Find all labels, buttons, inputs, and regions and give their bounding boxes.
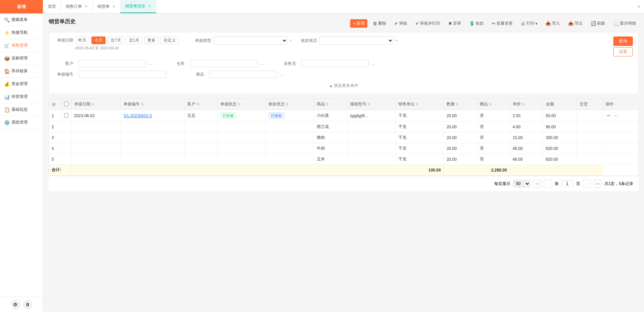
import-button[interactable]: 📥 导入 <box>543 19 563 28</box>
sort-price-icon[interactable]: ⇅ <box>522 102 525 106</box>
toolbar: + 新增 🗑 删除 ✔ 审核 ✔ 审核并打印 ✖ 弃审 <box>350 19 639 28</box>
row-seq-4: 5 <box>49 154 61 165</box>
sidebar-item-base-info[interactable]: 📋 基础信息 <box>0 103 43 116</box>
tab-sales-goods-close[interactable]: ✕ <box>112 4 115 9</box>
sidebar-item-sales-mgmt[interactable]: 🛒 销售管理 <box>0 39 43 52</box>
row-action-4[interactable] <box>603 154 638 165</box>
table-settings-icon[interactable]: ⚙ <box>52 102 56 107</box>
tab-sales-history-close[interactable]: ✕ <box>148 4 151 8</box>
add-button[interactable]: + 新增 <box>350 19 367 28</box>
sidebar-item-search-menu[interactable]: 🔍 搜索菜单 <box>0 14 43 26</box>
row-edit-btn[interactable]: ✏ <box>606 112 612 119</box>
sidebar-collapse-btn[interactable]: ⏸ <box>23 300 32 309</box>
row-paystatus-1 <box>266 122 314 132</box>
delete-icon: 🗑 <box>373 21 377 26</box>
col-checkbox[interactable] <box>61 99 71 110</box>
date-btn-yesterday[interactable]: 昨天 <box>75 36 89 44</box>
doc-no-input[interactable] <box>79 71 166 78</box>
collect-button[interactable]: 💲 收款 <box>467 19 486 28</box>
tab-home[interactable]: 首页 <box>43 0 61 13</box>
export-button[interactable]: 📤 导出 <box>565 19 585 28</box>
row-date-4 <box>71 154 121 165</box>
sidebar-item-inventory[interactable]: 🏠 库存核算 <box>0 65 43 78</box>
tab-sales-order-close[interactable]: ✕ <box>85 4 88 9</box>
row-price-2: 15.00 <box>510 132 543 143</box>
audit-button[interactable]: ✔ 审核 <box>392 19 410 28</box>
collapse-up-icon: ▲ <box>329 83 333 88</box>
warehouse-more-btn[interactable]: ... <box>259 60 265 67</box>
tabs-close-all[interactable]: ✕ <box>634 0 644 13</box>
prev-page-btn[interactable]: ‹ <box>544 180 552 188</box>
refresh-button[interactable]: 🔄 刷新 <box>588 19 608 28</box>
tab-sales-history[interactable]: 销货单历史 ✕ <box>120 0 156 13</box>
row-cb-1[interactable] <box>61 122 71 132</box>
row-action-1[interactable] <box>603 122 638 132</box>
sidebar-item-finance[interactable]: 💰 资金管理 <box>0 78 43 90</box>
date-btn-today[interactable]: 今天 <box>91 36 106 44</box>
sort-doc-no-icon[interactable]: ⇅ <box>141 102 144 106</box>
row-cb-2[interactable] <box>61 132 71 143</box>
date-btn-more[interactable]: 更多 <box>144 36 159 44</box>
customer-more-btn[interactable]: ... <box>147 60 153 67</box>
date-range-display: 2023-06-02 至 2023-06-02 <box>75 46 119 50</box>
row-action-0[interactable]: ✏⋯ <box>603 110 638 122</box>
batch-change-button[interactable]: ✏ 批量变更 <box>489 19 515 28</box>
sort-doc-date-icon[interactable]: ⇅ <box>91 102 94 106</box>
collapse-btn[interactable]: ▲ 收起更多条件 <box>54 81 633 90</box>
row-action-3[interactable] <box>603 143 638 154</box>
date-btn-custom[interactable]: 自定义 <box>161 36 179 44</box>
sort-pay-status-icon[interactable]: ⇅ <box>286 102 288 106</box>
sidebar-item-sys-mgmt[interactable]: ⚙️ 系统管理 <box>0 116 43 129</box>
sort-unit-icon[interactable]: ⇅ <box>416 102 418 106</box>
warehouse-input[interactable] <box>190 60 257 67</box>
salesperson-more-btn[interactable]: ... <box>370 60 376 67</box>
col-settings[interactable]: ⚙ <box>49 99 61 110</box>
tab-sales-order[interactable]: 销售订单 ✕ <box>61 0 93 13</box>
row-docno-2[interactable] <box>121 132 185 143</box>
date-buttons: 昨天 今天 近7天 近1月 更多 自定义 <box>75 36 179 44</box>
customer-input[interactable] <box>79 60 146 67</box>
sidebar-settings-btn[interactable]: ⚙ <box>11 300 20 309</box>
tab-sales-goods[interactable]: 销货单 ✕ <box>93 0 120 13</box>
print-button[interactable]: 🖨 打印 ▾ <box>518 19 540 28</box>
last-page-btn[interactable]: ⏭ <box>594 180 602 188</box>
show-detail-button[interactable]: 📃 显示明细 <box>611 19 639 28</box>
row-cb-3[interactable] <box>61 143 71 154</box>
row-cb-0[interactable] <box>61 110 71 122</box>
sort-doc-status-icon[interactable]: ⇅ <box>238 102 241 106</box>
sidebar-item-ops-mgmt[interactable]: 📊 经营管理 <box>0 90 43 103</box>
delete-label: 删除 <box>378 21 386 26</box>
salesperson-input[interactable] <box>301 60 369 67</box>
row-docno-4[interactable] <box>121 154 185 165</box>
row-action-2[interactable] <box>603 132 638 143</box>
date-btn-7days[interactable]: 近7天 <box>108 36 124 44</box>
row-more-btn[interactable]: ⋯ <box>612 112 619 119</box>
audit-print-button[interactable]: ✔ 审核并打印 <box>413 19 443 28</box>
payment-status-select[interactable] <box>319 36 393 45</box>
row-docno-0[interactable]: SA-20230602-0 <box>121 110 185 122</box>
row-cb-4[interactable] <box>61 154 71 165</box>
row-docno-1[interactable] <box>121 122 185 132</box>
goods-input[interactable] <box>209 71 277 78</box>
first-page-btn[interactable]: ⏮ <box>533 180 541 188</box>
sidebar-item-purchase-mgmt[interactable]: 📦 采购管理 <box>0 52 43 65</box>
sort-qty-icon[interactable]: ⇅ <box>456 102 458 106</box>
date-btn-1month[interactable]: 近1月 <box>126 36 143 44</box>
set-button[interactable]: 设置 <box>613 47 633 56</box>
next-page-btn[interactable]: › <box>583 180 591 188</box>
page-number-input[interactable] <box>561 180 573 187</box>
delete-button[interactable]: 🗑 删除 <box>370 19 389 28</box>
sidebar-item-quick-nav[interactable]: ⚡ 快捷导航 <box>0 26 43 39</box>
doc-type-select[interactable] <box>213 36 287 45</box>
sort-gift-icon[interactable]: ⇅ <box>489 102 492 106</box>
sort-spec-icon[interactable]: ⇅ <box>367 102 370 106</box>
sort-goods-icon[interactable]: ⇅ <box>326 102 329 106</box>
audit-label: 审核 <box>399 21 407 26</box>
select-all-checkbox[interactable] <box>64 102 68 106</box>
sort-customer-icon[interactable]: ⇅ <box>197 102 199 106</box>
query-button[interactable]: 查询 <box>613 36 633 46</box>
abandon-button[interactable]: ✖ 弃审 <box>446 19 464 28</box>
row-docno-3[interactable] <box>121 143 185 154</box>
per-page-select[interactable]: 50 100 200 <box>513 180 530 187</box>
goods-more-btn[interactable]: ... <box>278 71 284 77</box>
